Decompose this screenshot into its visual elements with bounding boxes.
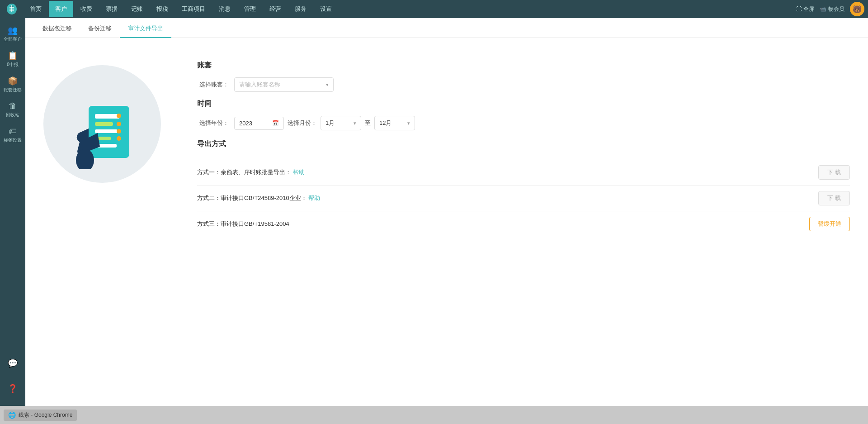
all-clients-label: 全部客户 (4, 37, 22, 42)
tab-audit-export[interactable]: 审计文件导出 (120, 20, 171, 38)
export-method-1-help-link[interactable]: 帮助 (293, 169, 305, 176)
nav-client[interactable]: 客户 (49, 1, 73, 17)
export-method-2-row: 方式二：审计接口GB/T24589-2010企业： 帮助 下 载 (197, 186, 850, 211)
account-select[interactable]: 请输入账套名称 ▾ (234, 77, 334, 92)
export-method-1-download-button[interactable]: 下 载 (818, 165, 850, 180)
sidebar-item-account-migrate[interactable]: 📦 账套迁移 (1, 72, 24, 96)
nav-account[interactable]: 记账 (125, 1, 149, 17)
export-method-3-open-button[interactable]: 暂缓开通 (809, 217, 850, 231)
chat-icon: 💬 (8, 358, 18, 368)
svg-rect-2 (95, 122, 113, 126)
year-value: 2023 (239, 120, 252, 127)
illustration-svg (61, 79, 143, 169)
nav-items: 首页 客户 收费 票据 记账 报税 工商项目 消息 管理 经营 服务 设置 (24, 1, 796, 17)
sidebar-bottom: 💬 ❓ (1, 352, 24, 406)
svg-point-7 (117, 122, 121, 126)
calendar-icon: 📅 (272, 120, 279, 126)
month-to-arrow-icon: ▾ (407, 120, 410, 126)
nav-tax[interactable]: 报税 (150, 1, 175, 17)
left-sidebar: 👥 全部客户 📋 0申报 📦 账套迁移 🗑 回收站 🏷 标签设置 💬 ❓ (0, 18, 25, 406)
export-methods: 方式一：余额表、序时账批量导出： 帮助 下 载 方式二：审计接口GB/T2458… (197, 160, 850, 237)
tag-icon: 🏷 (9, 127, 17, 136)
nav-manage[interactable]: 管理 (238, 1, 262, 17)
account-form-row: 选择账套： 请输入账套名称 ▾ (197, 77, 850, 92)
vip-label: 畅会员 (828, 5, 844, 13)
nav-invoice[interactable]: 票据 (99, 1, 124, 17)
sidebar-item-all-clients[interactable]: 👥 全部客户 (1, 22, 24, 45)
year-input[interactable]: 2023 📅 (234, 117, 284, 130)
nav-message[interactable]: 消息 (212, 1, 237, 17)
video-icon: 📹 (820, 6, 826, 12)
recycle-label: 回收站 (6, 112, 19, 118)
page-content: 账套 选择账套： 请输入账套名称 ▾ 时间 选择年份： 2023 📅 (25, 38, 868, 406)
avatar[interactable]: 🐻 (850, 2, 864, 16)
tabs-bar: 数据包迁移 备份迁移 审计文件导出 (25, 18, 868, 38)
top-nav-right: ⛶ 全屏 📹 畅会员 🐻 (796, 2, 864, 16)
help-icon: ❓ (8, 384, 18, 394)
export-method-3-label: 方式三：审计接口GB/T19581-2004 (197, 220, 804, 228)
form-area: 账套 选择账套： 请输入账套名称 ▾ 时间 选择年份： 2023 📅 (179, 38, 868, 406)
taskbar-chrome-item[interactable]: 🌐 线索 - Google Chrome (4, 410, 77, 421)
nav-fee[interactable]: 收费 (74, 1, 99, 17)
tag-settings-label: 标签设置 (4, 138, 22, 143)
month-from-arrow-icon: ▾ (354, 120, 356, 126)
sidebar-chat-button[interactable]: 💬 (1, 352, 24, 375)
content-area: 数据包迁移 备份迁移 审计文件导出 (25, 18, 868, 406)
export-method-1-label: 方式一：余额表、序时账批量导出： 帮助 (197, 168, 813, 176)
export-method-2-help-link[interactable]: 帮助 (308, 195, 320, 201)
export-section-title: 导出方式 (197, 139, 850, 149)
taskbar: 🌐 线索 - Google Chrome (0, 406, 868, 424)
all-clients-icon: 👥 (8, 25, 18, 35)
nav-home[interactable]: 首页 (24, 1, 48, 17)
sidebar-item-zero-declare[interactable]: 📋 0申报 (1, 47, 24, 71)
svg-point-8 (117, 129, 121, 133)
zero-declare-label: 0申报 (7, 62, 19, 67)
nav-operation[interactable]: 经营 (263, 1, 288, 17)
account-migrate-icon: 📦 (8, 76, 18, 86)
fullscreen-icon: ⛶ (796, 6, 802, 12)
recycle-icon: 🗑 (9, 101, 17, 111)
fullscreen-button[interactable]: ⛶ 全屏 (796, 5, 814, 13)
logo[interactable] (4, 1, 20, 17)
chrome-icon: 🌐 (8, 411, 16, 419)
vip-button[interactable]: 📹 畅会员 (820, 5, 844, 13)
zero-declare-icon: 📋 (8, 51, 18, 61)
month-label: 选择月份： (288, 119, 317, 127)
svg-point-9 (117, 136, 121, 141)
month-to-select[interactable]: 12月 ▾ (374, 116, 415, 130)
illustration-circle (43, 65, 161, 183)
month-from-value: 1月 (326, 119, 335, 127)
export-method-1-text: 方式一：余额表、序时账批量导出： (197, 169, 291, 176)
nav-service[interactable]: 服务 (288, 1, 313, 17)
fullscreen-label: 全屏 (803, 5, 814, 13)
sidebar-item-tag-settings[interactable]: 🏷 标签设置 (1, 123, 24, 147)
svg-rect-3 (95, 129, 118, 133)
export-method-3-row: 方式三：审计接口GB/T19581-2004 暂缓开通 (197, 211, 850, 237)
export-method-3-text: 方式三：审计接口GB/T19581-2004 (197, 220, 289, 227)
sidebar-item-recycle[interactable]: 🗑 回收站 (1, 98, 24, 121)
tab-backup-migrate[interactable]: 备份迁移 (80, 20, 120, 38)
time-input-group: 2023 📅 选择月份： 1月 ▾ 至 12月 ▾ (234, 116, 415, 130)
export-method-1-row: 方式一：余额表、序时账批量导出： 帮助 下 载 (197, 160, 850, 186)
taskbar-item-label: 线索 - Google Chrome (19, 411, 72, 419)
account-migrate-label: 账套迁移 (4, 87, 22, 93)
export-method-2-text: 方式二：审计接口GB/T24589-2010企业： (197, 195, 307, 201)
svg-rect-1 (95, 114, 120, 119)
sidebar-help-button[interactable]: ❓ (1, 377, 24, 400)
account-label: 选择账套： (197, 81, 229, 89)
dropdown-arrow-icon: ▾ (326, 82, 329, 88)
nav-business[interactable]: 工商项目 (175, 1, 212, 17)
month-from-select[interactable]: 1月 ▾ (321, 116, 361, 130)
tab-data-migrate[interactable]: 数据包迁移 (34, 20, 80, 38)
export-method-2-label: 方式二：审计接口GB/T24589-2010企业： 帮助 (197, 194, 813, 202)
export-method-2-download-button[interactable]: 下 载 (818, 191, 850, 205)
time-section-title: 时间 (197, 99, 850, 109)
time-form-row: 选择年份： 2023 📅 选择月份： 1月 ▾ 至 12月 (197, 116, 850, 130)
illustration-area (25, 38, 179, 406)
account-placeholder: 请输入账套名称 (239, 81, 280, 89)
year-label: 选择年份： (197, 119, 229, 127)
account-section-title: 账套 (197, 61, 850, 70)
top-nav: 首页 客户 收费 票据 记账 报税 工商项目 消息 管理 经营 服务 设置 ⛶ … (0, 0, 868, 18)
svg-point-6 (117, 114, 121, 118)
nav-settings[interactable]: 设置 (314, 1, 338, 17)
